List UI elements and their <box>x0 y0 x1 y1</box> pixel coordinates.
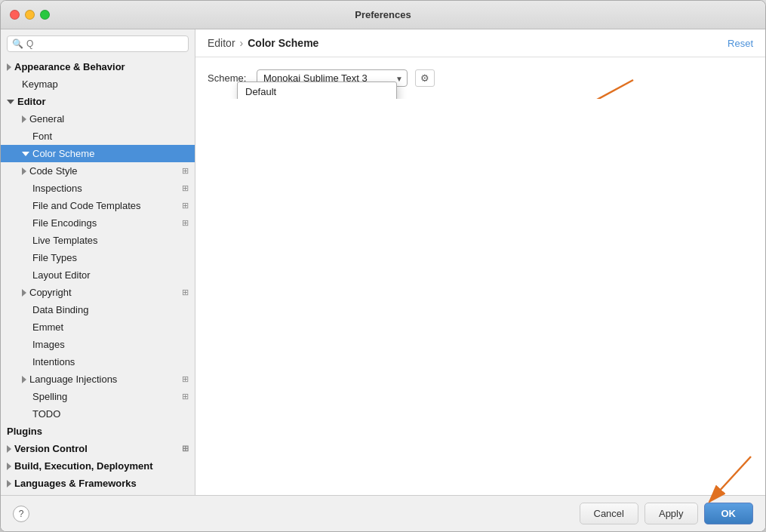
sidebar-item-label: Plugins <box>7 426 42 437</box>
sidebar-item-todo[interactable]: TODO <box>1 405 195 423</box>
expand-icon <box>22 289 26 297</box>
apply-button[interactable]: Apply <box>644 503 698 524</box>
sidebar-item-editor[interactable]: Editor <box>1 93 195 110</box>
sidebar-item-inspections[interactable]: Inspections ⊞ <box>1 180 195 197</box>
sidebar-item-lang-injections[interactable]: Language Injections ⊞ <box>1 371 195 388</box>
sidebar-item-color-scheme[interactable]: Color Scheme <box>1 145 195 162</box>
main-body-wrapper: Scheme: Default Darcula Monokai Sublime … <box>195 57 765 495</box>
sidebar-item-label: File and Code Templates <box>32 200 141 211</box>
expand-icon <box>22 115 26 123</box>
breadcrumb: Editor › Color Scheme <box>208 37 318 49</box>
sidebar-item-label: File Encodings <box>32 217 97 229</box>
bottom-bar: ? Cancel Apply OK <box>1 495 765 531</box>
sidebar-item-label: General <box>29 113 64 125</box>
preferences-window: Preferences 🔍 Appearance & Behavior Keym… <box>0 0 766 532</box>
sidebar-item-data-binding[interactable]: Data Binding <box>1 301 195 318</box>
sidebar-item-label: Intentions <box>32 356 75 367</box>
sidebar-item-label: TODO <box>32 408 60 420</box>
search-input[interactable] <box>26 38 183 49</box>
search-icon: 🔍 <box>12 38 23 49</box>
gear-button[interactable]: ⚙ <box>415 69 435 87</box>
sidebar-item-layout-editor[interactable]: Layout Editor <box>1 266 195 284</box>
title-bar: Preferences <box>1 1 765 29</box>
sidebar-item-label: Languages & Frameworks <box>14 478 137 489</box>
expand-icon <box>7 480 11 487</box>
maximize-button[interactable] <box>40 10 50 20</box>
sidebar-item-label: Copyright <box>29 287 72 298</box>
window-body: 🔍 Appearance & Behavior Keymap Editor Ge… <box>1 29 765 495</box>
sidebar-item-font[interactable]: Font <box>1 128 195 145</box>
sidebar-item-plugins[interactable]: Plugins <box>1 423 195 440</box>
sidebar-item-label: Build, Execution, Deployment <box>14 460 152 472</box>
expand-icon <box>7 463 11 470</box>
expand-icon <box>7 63 11 71</box>
sidebar-item-label: Code Style <box>29 165 78 177</box>
sidebar-item-label: Inspections <box>32 183 82 194</box>
close-button[interactable] <box>10 10 20 20</box>
settings-icon: ⊞ <box>182 201 189 211</box>
sidebar-item-appearance[interactable]: Appearance & Behavior <box>1 58 195 75</box>
gear-icon: ⚙ <box>420 72 429 84</box>
breadcrumb-separator: › <box>240 37 244 49</box>
sidebar-item-emmet[interactable]: Emmet <box>1 318 195 336</box>
sidebar-item-general[interactable]: General <box>1 110 195 128</box>
settings-icon: ⊞ <box>182 392 189 401</box>
sidebar-item-label: Spelling <box>32 391 67 402</box>
bottom-buttons: Cancel Apply OK <box>580 503 754 524</box>
sidebar-item-keymap[interactable]: Keymap <box>1 75 195 93</box>
settings-icon: ⊞ <box>182 444 189 454</box>
expand-icon <box>22 376 26 383</box>
sidebar-item-code-style[interactable]: Code Style ⊞ <box>1 162 195 180</box>
sidebar-item-label: Data Binding <box>32 304 88 315</box>
sidebar-item-version-control[interactable]: Version Control ⊞ <box>1 440 195 457</box>
settings-icon: ⊞ <box>182 288 189 297</box>
sidebar-item-label: Color Scheme <box>32 148 94 159</box>
settings-icon: ⊞ <box>182 166 189 176</box>
scheme-dropdown-popup: Default Darcula Monokai Sublime Text 3 <box>237 81 397 99</box>
settings-icon: ⊞ <box>182 183 189 193</box>
expand-icon <box>22 152 29 156</box>
main-header: Editor › Color Scheme Reset <box>195 29 765 57</box>
expand-icon <box>7 445 11 453</box>
sidebar-item-label: Font <box>32 131 52 142</box>
minimize-button[interactable] <box>25 10 35 20</box>
sidebar-item-label: File Types <box>32 252 77 263</box>
main-content: Editor › Color Scheme Reset Scheme: Defa… <box>195 29 765 495</box>
settings-icon: ⊞ <box>182 374 189 384</box>
sidebar-item-label: Appearance & Behavior <box>14 61 125 72</box>
sidebar-item-label: Layout Editor <box>32 269 91 281</box>
sidebar-item-intentions[interactable]: Intentions <box>1 353 195 371</box>
sidebar-item-build-exec-deploy[interactable]: Build, Execution, Deployment <box>1 457 195 475</box>
sidebar-item-file-types[interactable]: File Types <box>1 249 195 266</box>
expand-icon <box>7 100 14 104</box>
sidebar-item-images[interactable]: Images <box>1 336 195 353</box>
sidebar-item-label: Keymap <box>22 78 58 90</box>
sidebar: 🔍 Appearance & Behavior Keymap Editor Ge… <box>1 29 195 495</box>
expand-icon <box>22 168 26 175</box>
sidebar-item-label: Editor <box>17 96 46 107</box>
sidebar-item-label: Images <box>32 339 65 350</box>
sidebar-item-langs-frameworks[interactable]: Languages & Frameworks <box>1 475 195 492</box>
sidebar-item-label: Live Templates <box>32 235 97 246</box>
help-button[interactable]: ? <box>13 506 29 522</box>
dropdown-option-default[interactable]: Default <box>238 82 396 99</box>
sidebar-item-spelling[interactable]: Spelling ⊞ <box>1 388 195 405</box>
ok-button[interactable]: OK <box>704 503 754 524</box>
sidebar-item-live-templates[interactable]: Live Templates <box>1 232 195 249</box>
sidebar-item-label: Version Control <box>14 443 88 454</box>
sidebar-item-label: Emmet <box>32 321 63 333</box>
search-box[interactable]: 🔍 <box>7 35 189 52</box>
main-body: Scheme: Default Darcula Monokai Sublime … <box>195 57 765 99</box>
window-title: Preferences <box>355 9 411 20</box>
reset-button[interactable]: Reset <box>728 38 753 49</box>
breadcrumb-parent: Editor <box>208 37 235 49</box>
cancel-button[interactable]: Cancel <box>580 503 638 524</box>
sidebar-item-file-encodings[interactable]: File Encodings ⊞ <box>1 214 195 232</box>
breadcrumb-current: Color Scheme <box>248 37 318 49</box>
sidebar-item-copyright[interactable]: Copyright ⊞ <box>1 284 195 301</box>
settings-icon: ⊞ <box>182 218 189 228</box>
sidebar-item-file-code-templates[interactable]: File and Code Templates ⊞ <box>1 197 195 214</box>
sidebar-item-label: Language Injections <box>29 374 117 385</box>
window-controls <box>10 10 50 20</box>
